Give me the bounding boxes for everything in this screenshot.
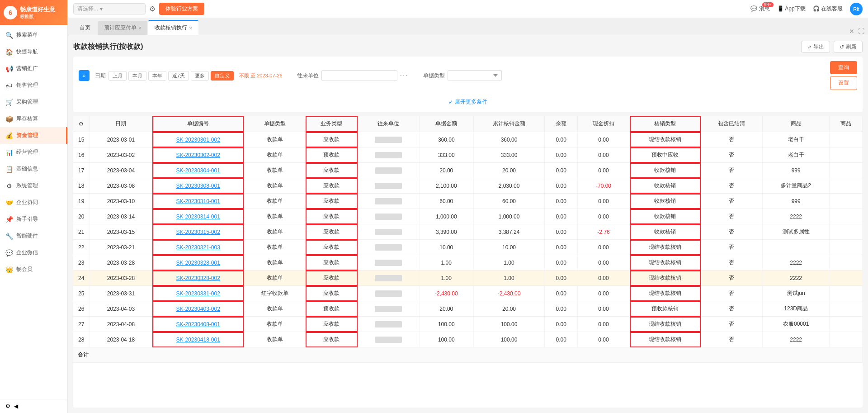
tab-verify-close[interactable]: × (189, 25, 192, 31)
cell-date: 2023-03-31 (90, 286, 152, 301)
tab-expand-icon[interactable]: ⛶ (858, 28, 864, 35)
singleno-link[interactable]: SK-20230310-001 (176, 198, 220, 204)
cell-goods: 测试多属性 (763, 224, 830, 240)
cell-date: 2023-03-04 (90, 163, 152, 178)
export-button[interactable]: ↗ 导出 (801, 41, 830, 53)
sidebar-icon-marketing: 📢 (5, 65, 13, 72)
cell-balance: 0.00 (545, 255, 578, 271)
singleno-link[interactable]: SK-20230315-002 (176, 229, 220, 235)
sidebar-item-guide[interactable]: 📌新手引导 (0, 211, 67, 228)
cell-no: 19 (73, 194, 90, 209)
cell-amount: 1,000.00 (419, 209, 473, 224)
cell-counterpart (358, 317, 419, 332)
cell-cumverify: 20.00 (473, 163, 545, 178)
sidebar-label-search: 搜索菜单 (16, 31, 38, 39)
message-badge[interactable]: 💬 消息 99+ (750, 5, 769, 13)
sidebar-item-wechat[interactable]: 💬企业微信 (0, 244, 67, 261)
collapse-icon[interactable]: ◀ (14, 403, 18, 409)
date-btn-custom[interactable]: 自定义 (211, 71, 234, 81)
singleno-link[interactable]: SK-20230408-001 (176, 321, 220, 328)
cell-amount: 333.00 (419, 147, 473, 163)
date-btn-thisyear[interactable]: 本年 (148, 71, 166, 81)
settings-icon[interactable]: ⚙ (5, 403, 10, 409)
singleno-link[interactable]: SK-20230328-001 (176, 260, 220, 266)
expand-more-button[interactable]: ✓ 展开更多条件 (443, 96, 493, 108)
cell-cashdiscount: 0.00 (577, 255, 629, 271)
singleno-link[interactable]: SK-20230302-002 (176, 152, 220, 158)
cell-singleno: SK-20230304-001 (152, 163, 244, 178)
cell-singleno: SK-20230315-002 (152, 224, 244, 240)
filter-settings-button[interactable]: 设置 (830, 76, 857, 90)
date-btn-lastmonth[interactable]: 上月 (108, 71, 127, 81)
workspace-select[interactable]: 请选择... ▾ (73, 3, 146, 14)
sidebar-item-inventory[interactable]: 📦库存核算 (0, 110, 67, 127)
th-gear[interactable]: ⚙ (73, 116, 90, 132)
sidebar-item-member[interactable]: 👑畅会员 (0, 261, 67, 278)
cell-biztype: 应收款 (306, 317, 358, 332)
cell-goods: 老白干 (763, 132, 830, 147)
gear-icon[interactable]: ⚙ (149, 5, 156, 13)
sidebar-item-finance[interactable]: 💰资金管理 (0, 127, 67, 144)
cell-singletype: 收款单 (244, 147, 305, 163)
singleno-link[interactable]: SK-20230321-003 (176, 244, 220, 251)
gear-table-icon[interactable]: ⚙ (79, 121, 84, 127)
sidebar-label-finance: 资金管理 (16, 132, 38, 139)
sidebar-label-marketing: 营销推广 (16, 65, 38, 72)
tab-home[interactable]: 首页 (73, 21, 97, 35)
app-download[interactable]: 📱 App下载 (777, 5, 806, 13)
counterpart-blurred (375, 214, 402, 220)
sidebar-item-sales[interactable]: 🏷销售管理 (0, 77, 67, 94)
sidebar-label-shortcut: 快捷导航 (16, 48, 38, 56)
tab-prepay-close[interactable]: × (138, 25, 141, 31)
sidebar-item-operation[interactable]: 📊经营管理 (0, 144, 67, 161)
tab-close-all-icon[interactable]: ✕ (849, 28, 854, 35)
user-avatar[interactable]: Rit (850, 3, 863, 15)
singleno-link[interactable]: SK-20230403-002 (176, 306, 220, 312)
cell-no: 27 (73, 317, 90, 332)
sidebar-item-corp[interactable]: 🤝企业协同 (0, 194, 67, 211)
cell-singletype: 收款单 (244, 224, 305, 240)
singleno-link[interactable]: SK-20230418-001 (176, 337, 220, 343)
counterpart-input[interactable] (321, 70, 397, 81)
cell-cashdiscount: 0.00 (577, 317, 629, 332)
date-range-text: 不限 至 2023-07-26 (239, 72, 282, 79)
singleno-link[interactable]: SK-20230304-001 (176, 167, 220, 174)
counterpart-blurred (375, 321, 402, 328)
cell-cumverify: 20.00 (473, 301, 545, 317)
date-btn-7days[interactable]: 近7天 (168, 71, 189, 81)
sidebar-bottom[interactable]: ⚙ ◀ (0, 399, 67, 413)
solution-button[interactable]: 体验行业方案 (159, 3, 204, 15)
cell-date: 2023-04-03 (90, 301, 152, 317)
sidebar-item-shortcut[interactable]: 🏠快捷导航 (0, 43, 67, 60)
tab-verify[interactable]: 收款核销执行 × (148, 20, 198, 35)
counterpart-dots[interactable]: ··· (400, 71, 409, 80)
cell-singleno: SK-20230331-002 (152, 286, 244, 301)
tab-prepay[interactable]: 预计应应付单 × (98, 21, 147, 35)
cell-singletype: 收款单 (244, 163, 305, 178)
filter-toggle-button[interactable]: » (79, 70, 90, 81)
sidebar-item-purchase[interactable]: 🛒采购管理 (0, 94, 67, 110)
online-service[interactable]: 🎧 在线客服 (813, 5, 843, 13)
query-button[interactable]: 查询 (830, 61, 857, 74)
sidebar-item-marketing[interactable]: 📢营销推广 (0, 60, 67, 77)
counterpart-blurred (375, 244, 402, 251)
sidebar-item-hardware[interactable]: 🔧智能硬件 (0, 228, 67, 244)
workspace-select-arrow[interactable]: ▾ (100, 6, 103, 12)
refresh-button[interactable]: ↺ 刷新 (834, 41, 863, 53)
singleno-link[interactable]: SK-20230328-002 (176, 275, 220, 281)
singleno-link[interactable]: SK-20230331-002 (176, 290, 220, 297)
sidebar-label-corp: 企业协同 (16, 199, 38, 206)
receipt-type-select[interactable] (448, 70, 502, 81)
sidebar-item-system[interactable]: ⚙系统管理 (0, 177, 67, 194)
th-verifytype: 核销类型 (630, 116, 701, 132)
cell-verifytype: 收款核销 (630, 224, 701, 240)
sidebar-item-basic[interactable]: 📋基础信息 (0, 161, 67, 177)
date-btn-thismonth[interactable]: 本月 (128, 71, 146, 81)
singleno-link[interactable]: SK-20230314-001 (176, 214, 220, 220)
singleno-link[interactable]: SK-20230301-002 (176, 137, 220, 143)
singleno-link[interactable]: SK-20230308-001 (176, 183, 220, 189)
sidebar-item-search[interactable]: 🔍搜索菜单 (0, 27, 67, 43)
cell-date: 2023-03-10 (90, 194, 152, 209)
table-row: 17 2023-03-04 SK-20230304-001 收款单 应收款 20… (73, 163, 863, 178)
date-btn-more[interactable]: 更多 (191, 71, 209, 81)
